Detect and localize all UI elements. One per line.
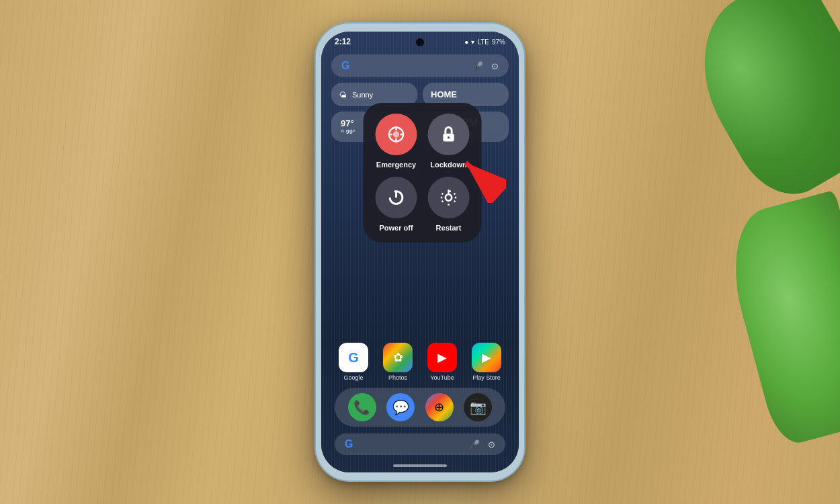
playstore-icon-symbol: ▶: [482, 350, 491, 365]
playstore-app-label: Play Store: [472, 374, 501, 381]
signal-icon: ●: [464, 38, 468, 46]
lens-icon[interactable]: ⊙: [491, 61, 499, 71]
home-indicator[interactable]: [393, 464, 447, 467]
app-youtube[interactable]: ▶ YouTube: [427, 343, 457, 381]
top-search-bar[interactable]: G 🎤 ⊙: [331, 54, 509, 77]
phone-device: 2:12 ● ▾ LTE 97% G 🎤 ⊙ 🌤: [316, 24, 524, 480]
app-row: G Google ✿ Photos ▶ YouTube: [331, 343, 509, 381]
app-playstore[interactable]: ▶ Play Store: [472, 343, 501, 381]
bottom-search-bar[interactable]: G 🎤 ⊙: [335, 433, 505, 455]
google-app-label: Google: [343, 374, 363, 381]
youtube-app-label: YouTube: [430, 374, 454, 381]
bottom-mic-icon[interactable]: 🎤: [469, 439, 480, 450]
chrome-icon-symbol: ⊕: [434, 400, 444, 415]
google-icon-letter: G: [348, 350, 359, 366]
svg-point-1: [393, 131, 399, 137]
wifi-icon: ▾: [471, 38, 474, 46]
chrome-dock-icon[interactable]: ⊕: [425, 393, 454, 421]
camera-icon-symbol: 📷: [470, 399, 487, 415]
arrow-svg: [446, 149, 506, 203]
bottom-lens-icon[interactable]: ⊙: [488, 439, 495, 450]
messages-icon-symbol: 💬: [392, 399, 409, 415]
emergency-icon-circle: [376, 114, 417, 155]
restart-label: Restart: [436, 224, 462, 232]
emergency-symbol: [387, 125, 406, 144]
search-action-icons: 🎤 ⊙: [472, 61, 499, 71]
poweroff-button[interactable]: Power off: [374, 177, 419, 232]
phone-screen: 2:12 ● ▾ LTE 97% G 🎤 ⊙ 🌤: [321, 32, 519, 472]
poweroff-icon-circle: [376, 177, 417, 218]
svg-line-12: [466, 163, 499, 193]
home-screen: G 🎤 ⊙ 🌤 Sunny HOME 97°: [321, 49, 519, 472]
weather-label: Sunny: [352, 91, 373, 99]
phone-dock-icon[interactable]: 📞: [348, 393, 376, 421]
bottom-search-icons: 🎤 ⊙: [469, 439, 495, 450]
weather-icon: 🌤: [339, 91, 347, 99]
lock-icon: [439, 125, 458, 144]
camera-dock-icon[interactable]: 📷: [464, 393, 492, 421]
power-icon: [387, 188, 406, 207]
photos-icon-symbol: ✿: [393, 350, 403, 365]
google-logo: G: [341, 60, 349, 72]
app-google[interactable]: G Google: [339, 343, 368, 381]
camera-notch: [416, 38, 424, 46]
photos-app-label: Photos: [388, 374, 407, 381]
status-icons: ● ▾ LTE 97%: [464, 38, 505, 46]
battery-icon: 97%: [492, 38, 505, 46]
emergency-label: Emergency: [376, 161, 416, 169]
home-label: HOME: [431, 89, 457, 99]
poweroff-label: Power off: [379, 224, 413, 232]
phone-icon-symbol: 📞: [353, 399, 370, 415]
mic-icon[interactable]: 🎤: [472, 61, 483, 71]
photos-app-icon: ✿: [383, 343, 413, 372]
google-logo-bottom: G: [345, 438, 353, 450]
status-time: 2:12: [335, 37, 351, 46]
emergency-button[interactable]: Emergency: [374, 114, 419, 169]
data-icon: LTE: [477, 38, 489, 46]
google-app-icon: G: [339, 343, 368, 372]
youtube-app-icon: ▶: [427, 343, 457, 372]
messages-dock-icon[interactable]: 💬: [386, 393, 415, 421]
app-photos[interactable]: ✿ Photos: [383, 343, 413, 381]
playstore-app-icon: ▶: [472, 343, 501, 372]
youtube-icon-symbol: ▶: [437, 350, 447, 365]
svg-point-7: [448, 136, 450, 139]
bottom-dock: 📞 💬 ⊕ 📷: [335, 388, 505, 427]
